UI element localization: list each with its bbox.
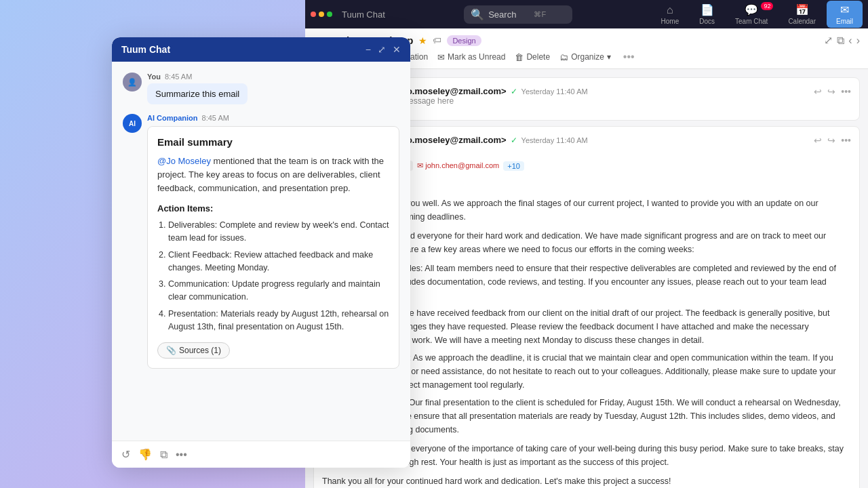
ai-action-1: Deliverables: Complete and review by wee… bbox=[168, 219, 389, 245]
minimize-chat-icon[interactable]: − bbox=[366, 44, 371, 55]
forward-icon-1[interactable]: ↪ bbox=[827, 86, 835, 97]
verified-icon-2: ✓ bbox=[511, 136, 517, 145]
user-message-row: 👤 You 8:45 AM Summarize this email bbox=[123, 73, 399, 104]
tab-home[interactable]: ⌂ Home bbox=[652, 1, 689, 28]
sources-icon: 📎 bbox=[166, 346, 176, 355]
action-item-1: Finalizing Deliverables: All team member… bbox=[336, 262, 851, 302]
user-bubble: Summarize this email bbox=[147, 83, 248, 104]
summary-title: Email summary bbox=[157, 136, 389, 148]
organize-btn[interactable]: 🗂 Organize ▾ bbox=[559, 52, 611, 62]
email-para4: Thank you all for your continued hard wo… bbox=[322, 474, 851, 488]
folder-icon: 🗂 bbox=[559, 52, 568, 62]
chat-header-icons: − ⤢ ✕ bbox=[366, 44, 401, 55]
window-controls bbox=[311, 12, 332, 17]
email-card-actions-2: ↩ ↪ ••• bbox=[814, 135, 851, 146]
user-time: 8:45 AM bbox=[165, 73, 192, 81]
tab-email[interactable]: ✉ Email bbox=[827, 1, 863, 28]
user-name-label: You bbox=[147, 73, 161, 81]
ai-name-time: AI Companion 8:45 AM bbox=[147, 114, 399, 122]
maximize-dot[interactable] bbox=[327, 12, 332, 17]
trash-icon: 🗑 bbox=[515, 52, 524, 62]
user-info: You 8:45 AM Summarize this email bbox=[147, 73, 248, 104]
prev-icon[interactable]: ‹ bbox=[848, 35, 852, 47]
dislike-icon[interactable]: 👎 bbox=[138, 448, 152, 461]
close-chat-icon[interactable]: ✕ bbox=[393, 44, 401, 55]
star-icon[interactable]: ★ bbox=[418, 35, 427, 46]
chevron-down-icon: ▾ bbox=[607, 52, 611, 62]
next-icon[interactable]: › bbox=[856, 35, 860, 47]
home-icon: ⌂ bbox=[667, 4, 673, 16]
expand-chat-icon[interactable]: ⤢ bbox=[378, 44, 386, 55]
delete-btn[interactable]: 🗑 Delete bbox=[515, 52, 550, 62]
search-bar[interactable]: 🔍 Search ⌘F bbox=[464, 5, 572, 24]
email-meta-2: Jo Moseley <jo.moseley@zmail.com> ✓ Yest… bbox=[349, 135, 808, 145]
tag-icon[interactable]: 🏷 bbox=[433, 35, 441, 45]
search-icon: 🔍 bbox=[471, 8, 484, 21]
email-icon: ✉ bbox=[840, 3, 849, 16]
email-card-actions-1: ↩ ↪ ••• bbox=[814, 86, 851, 97]
chat-footer: ↺ 👎 ⧉ ••• bbox=[112, 441, 410, 468]
user-name-time: You 8:45 AM bbox=[147, 73, 248, 81]
more-options-icon[interactable]: ••• bbox=[623, 51, 635, 63]
top-bar: Tuum Chat 🔍 Search ⌘F ⌂ Home 📄 Docs 💬 Te… bbox=[305, 0, 868, 28]
minimize-dot[interactable] bbox=[319, 12, 324, 17]
reply-icon-1[interactable]: ↩ bbox=[814, 86, 822, 97]
timestamp-2: Yesterday 11:40 AM bbox=[521, 136, 588, 144]
preview-text-1: Preview email message here bbox=[349, 96, 808, 106]
chat-header: Tuum Chat − ⤢ ✕ bbox=[112, 37, 410, 62]
regenerate-icon[interactable]: ↺ bbox=[121, 448, 130, 461]
action-item-2: Client Feedback: We have received feedba… bbox=[336, 306, 851, 347]
expand-icon[interactable]: ⤢ bbox=[824, 34, 833, 47]
tab-team-chat[interactable]: 💬 Team Chat 92 bbox=[726, 1, 777, 28]
top-bar-left: Tuum Chat bbox=[311, 9, 385, 20]
ai-message-row: AI AI Companion 8:45 AM Email summary @J… bbox=[123, 114, 399, 369]
mark-unread-btn[interactable]: ✉ Mark as Unread bbox=[437, 52, 505, 62]
calendar-icon: 📅 bbox=[795, 3, 809, 16]
action-item-3: Team Collaboration: As we approach the d… bbox=[336, 351, 851, 392]
ai-action-list: Deliverables: Complete and review by wee… bbox=[157, 219, 389, 333]
action-item-4: Final Presentation: Our final presentati… bbox=[336, 396, 851, 436]
chat-title: Tuum Chat bbox=[121, 44, 170, 55]
reply-icon-2[interactable]: ↩ bbox=[814, 135, 822, 146]
mention-jo: @Jo Moseley bbox=[157, 156, 211, 166]
more-footer-icon[interactable]: ••• bbox=[176, 449, 187, 461]
ai-name-label: AI Companion bbox=[147, 114, 198, 122]
ai-avatar: AI bbox=[123, 114, 142, 133]
header-actions-right: ⤢ ⧉ ‹ › bbox=[824, 34, 860, 47]
app-name: Tuum Chat bbox=[342, 9, 385, 20]
search-shortcut: ⌘F bbox=[534, 10, 546, 19]
external-icon[interactable]: ⧉ bbox=[837, 35, 844, 47]
sources-label: Sources (1) bbox=[179, 346, 221, 355]
ai-time: 8:45 AM bbox=[202, 114, 229, 122]
summary-text: @Jo Moseley mentioned that the team is o… bbox=[157, 155, 389, 195]
ai-message-content: AI Companion 8:45 AM Email summary @Jo M… bbox=[147, 114, 399, 369]
chat-badge: 92 bbox=[761, 2, 773, 10]
recipient-john: ✉ john.chen@gmail.com bbox=[417, 161, 499, 170]
tab-calendar[interactable]: 📅 Calendar bbox=[778, 1, 825, 28]
ai-bubble: Email summary @Jo Moseley mentioned that… bbox=[147, 126, 399, 369]
copy-icon[interactable]: ⧉ bbox=[160, 449, 167, 461]
design-badge[interactable]: Design bbox=[447, 35, 481, 46]
ai-action-2: Client Feedback: Review attached feedbac… bbox=[168, 249, 389, 274]
user-avatar: 👤 bbox=[123, 73, 142, 92]
search-label: Search bbox=[488, 9, 516, 20]
recipient-more: +10 bbox=[503, 161, 524, 171]
chat-icon: 💬 bbox=[745, 3, 758, 16]
more-icon-2[interactable]: ••• bbox=[841, 135, 851, 146]
email-meta-1: Jo Moseley <jo.moseley@zmail.com> ✓ Yest… bbox=[349, 86, 808, 106]
ai-action-3: Communication: Update progress regularly… bbox=[168, 278, 389, 304]
mail-icon: ✉ bbox=[437, 52, 445, 62]
ai-action-4: Presentation: Materials ready by August … bbox=[168, 308, 389, 333]
forward-icon-2[interactable]: ↪ bbox=[827, 135, 835, 146]
chat-messages: 👤 You 8:45 AM Summarize this email AI AI… bbox=[112, 62, 410, 441]
action-items-title: Action Items: bbox=[157, 203, 389, 214]
chat-panel: Tuum Chat − ⤢ ✕ 👤 You 8:45 AM Summarize … bbox=[112, 37, 410, 468]
docs-icon: 📄 bbox=[701, 3, 714, 16]
more-icon-1[interactable]: ••• bbox=[841, 86, 851, 97]
tab-docs[interactable]: 📄 Docs bbox=[690, 1, 724, 28]
timestamp-1: Yesterday 11:40 AM bbox=[521, 87, 588, 96]
nav-tabs: ⌂ Home 📄 Docs 💬 Team Chat 92 📅 Calendar … bbox=[652, 1, 863, 28]
sources-button[interactable]: 📎 Sources (1) bbox=[157, 342, 230, 359]
close-dot[interactable] bbox=[311, 12, 316, 17]
verified-icon-1: ✓ bbox=[511, 87, 517, 96]
